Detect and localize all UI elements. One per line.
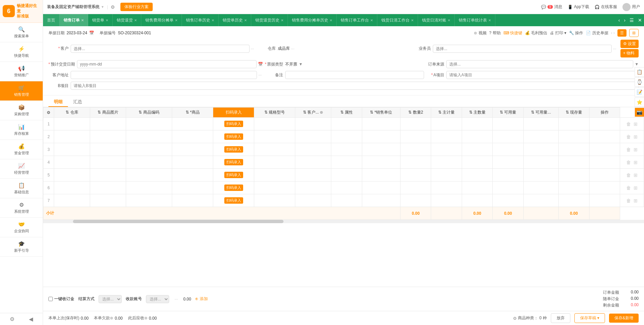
sidebar-item-9[interactable]: ⚙系统管理 — [0, 198, 43, 218]
scan-btn-7[interactable]: 扫码录入 — [224, 197, 243, 204]
tab-8[interactable]: 销售费用分摊单历史✕ — [288, 14, 337, 26]
sidebar-item-5[interactable]: 📊库存核算 — [0, 120, 43, 140]
customer-more-icon[interactable]: ··· — [251, 46, 254, 51]
settings-btn[interactable]: ⚙ 设置 — [620, 40, 639, 48]
tab-11[interactable]: 钱货日清对账✕ — [418, 14, 455, 26]
order-source-input[interactable] — [446, 60, 633, 68]
tab-close-5[interactable]: ✕ — [212, 18, 214, 22]
float-btn-2[interactable]: ⌚ — [635, 77, 644, 87]
th-avail[interactable]: ⇅ 可用量 — [493, 108, 524, 118]
tab-5[interactable]: 销售订单历史✕ — [182, 14, 219, 26]
tab-summary[interactable]: 汇总 — [68, 97, 87, 107]
tab-close-3[interactable]: ✕ — [134, 18, 137, 22]
th-attr[interactable]: ⇅ 属性 — [331, 108, 362, 118]
delete-icon-1[interactable]: 🗑 — [626, 121, 631, 127]
payment-more-icon[interactable]: ··· — [175, 297, 178, 301]
customer-input[interactable] — [71, 45, 250, 53]
sidebar-item-4[interactable]: 📦采购管理 — [0, 101, 43, 120]
copy-icon-7[interactable]: ⊞ — [634, 198, 638, 203]
delete-icon-5[interactable]: 🗑 — [626, 172, 631, 178]
a-project-input[interactable] — [446, 71, 639, 79]
tab-detail[interactable]: 明细 — [48, 97, 68, 107]
online-service[interactable]: 🎧 在线客服 — [595, 4, 617, 10]
float-btn-4[interactable]: ⭐ — [635, 97, 644, 107]
th-unit[interactable]: ⇅ *销售单位 — [362, 108, 400, 118]
tab-7[interactable]: 销货退货历史✕ — [251, 14, 288, 26]
sidebar-item-1[interactable]: ⚡快捷导航 — [0, 42, 43, 62]
copy-icon-4[interactable]: ⊞ — [634, 160, 638, 165]
th-code[interactable]: ⇅ 商品编码 — [126, 108, 172, 118]
operation-btn[interactable]: 🔧 操作 — [569, 30, 583, 36]
solution-button[interactable]: 体验行业方案 — [120, 3, 153, 11]
th-avail2[interactable]: ⇅ 可用量... — [523, 108, 558, 118]
th-product[interactable]: ⇅ *商品 — [172, 108, 213, 118]
sidebar-item-10[interactable]: 🤝企业协同 — [0, 218, 43, 237]
copy-icon-3[interactable]: ⊞ — [634, 147, 638, 152]
scan-btn-3[interactable]: 扫码录入 — [224, 146, 243, 153]
scan-btn-6[interactable]: 扫码录入 — [224, 185, 243, 191]
sidebar-item-2[interactable]: 📢营销推广 — [0, 62, 43, 81]
order-source-dropdown-icon[interactable]: ▼ — [635, 62, 639, 67]
payment-method-select[interactable]: 选择... — [99, 295, 122, 303]
message-center[interactable]: 💬 9 消息 — [541, 4, 562, 10]
calendar-icon[interactable]: 📅 — [89, 31, 94, 35]
address-input[interactable] — [71, 71, 257, 79]
settings-icon[interactable]: ⚙ — [10, 316, 14, 322]
tab-right-arrow[interactable]: › — [622, 17, 628, 23]
tab-left-arrow[interactable]: ‹ — [616, 17, 622, 23]
th-img[interactable]: ⇅ 商品图片 — [90, 108, 126, 118]
scrollbar-thumb[interactable] — [73, 220, 283, 223]
delete-icon-6[interactable]: 🗑 — [626, 185, 631, 191]
save-new-button[interactable]: 保存&新增 — [609, 314, 639, 323]
tab-6[interactable]: 销货单历史✕ — [219, 14, 251, 26]
print-btn[interactable]: 🖨 打印 ▾ — [550, 30, 566, 36]
tab-10[interactable]: 钱货日清工作台✕ — [377, 14, 418, 26]
copy-icon-1[interactable]: ⊞ — [634, 121, 638, 127]
one-click-checkbox[interactable] — [48, 297, 53, 301]
warehouse-more-icon[interactable]: ··· — [291, 46, 295, 51]
video-btn[interactable]: ⊙ 视频 — [474, 30, 486, 36]
horizontal-scrollbar[interactable] — [43, 220, 644, 223]
help-btn[interactable]: ? 帮助 — [489, 30, 501, 36]
add-material-btn[interactable]: + 物料 — [620, 49, 639, 57]
th-spec[interactable]: ⇅ 规格型号 — [254, 108, 295, 118]
shortcut-btn[interactable]: ⌨ 快捷键 — [503, 30, 522, 36]
delete-icon-4[interactable]: 🗑 — [626, 160, 631, 165]
copy-icon-2[interactable]: ⊞ — [634, 134, 638, 139]
delete-icon-7[interactable]: 🗑 — [626, 198, 631, 203]
scan-btn-4[interactable]: 扫码录入 — [224, 159, 243, 165]
remark-input[interactable] — [285, 71, 424, 79]
th-customer[interactable]: ⇅ 客户... ⊙ — [295, 108, 331, 118]
save-draft-button[interactable]: 保存草稿 ▾ — [574, 313, 605, 323]
collapse-icon[interactable]: ◀ — [29, 316, 33, 322]
delete-icon-3[interactable]: 🗑 — [626, 147, 631, 152]
discard-button[interactable]: 放弃 — [551, 313, 570, 323]
tab-2[interactable]: 销货单✕ — [88, 14, 113, 26]
float-btn-3[interactable]: 📝 — [635, 87, 644, 97]
b-project-input[interactable] — [71, 82, 639, 90]
delete-icon-2[interactable]: 🗑 — [626, 134, 631, 139]
tab-0[interactable]: 首页 — [43, 14, 60, 26]
tab-1[interactable]: 销售订单✕ — [60, 14, 88, 26]
invoice-dropdown-icon[interactable]: ▼ — [299, 62, 303, 67]
tab-menu-icon[interactable]: ☰ — [628, 17, 636, 23]
sidebar-item-3[interactable]: 🛒销售管理 — [0, 81, 43, 101]
history-btn[interactable]: 📄 历史单据 — [586, 30, 608, 36]
th-main-unit[interactable]: ⇅ 主计量 — [431, 108, 462, 118]
sidebar-item-0[interactable]: 🔍搜索菜单 — [0, 23, 43, 42]
th-stock[interactable]: ⇅ 现存量 — [559, 108, 590, 118]
float-btn-5[interactable]: 📷 — [635, 108, 644, 117]
scan-btn-5[interactable]: 扫码录入 — [224, 172, 243, 178]
column-view-btn[interactable]: ☰ — [617, 29, 627, 37]
tab-close-4[interactable]: ✕ — [175, 18, 178, 22]
th-warehouse[interactable]: ⇅ 仓库 — [54, 108, 90, 118]
profit-btn[interactable]: 💰 毛利预估 — [525, 30, 547, 36]
scan-btn-1[interactable]: 扫码录入 — [224, 121, 243, 127]
tab-close-12[interactable]: ✕ — [488, 18, 491, 22]
sidebar-item-11[interactable]: 🎓新手引导 — [0, 237, 43, 257]
th-main-qty[interactable]: ⇅ 主数量 — [462, 108, 493, 118]
copy-icon-5[interactable]: ⊞ — [634, 172, 638, 178]
payment-account-select[interactable]: 选择... — [146, 295, 169, 303]
sidebar-item-8[interactable]: 📋基础信息 — [0, 179, 43, 198]
tab-close-2[interactable]: ✕ — [106, 18, 108, 22]
